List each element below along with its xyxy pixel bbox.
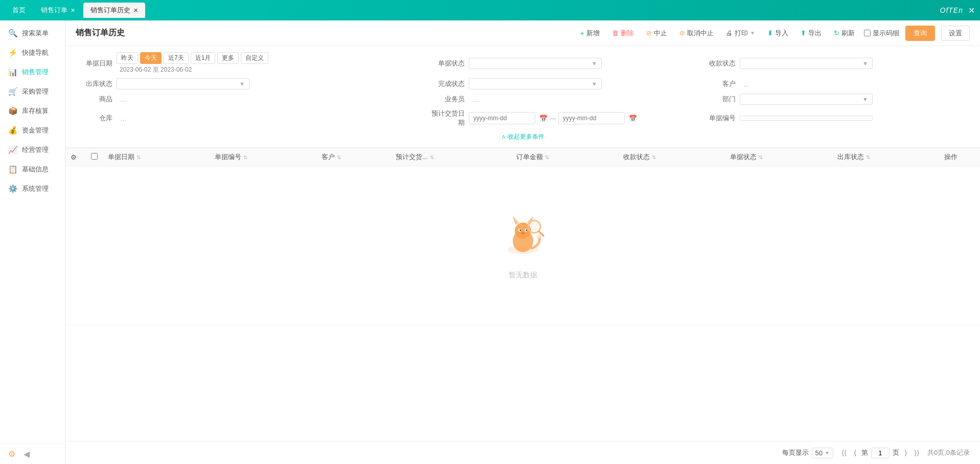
delivery-date-range: 📅 — 📅 — [469, 112, 637, 124]
page-unit: 页 — [893, 448, 899, 457]
page-size-value: 50 — [815, 449, 823, 457]
pagination-bar: 每页显示 50 ▼ ⟨⟨ ⟨ 第 页 ⟩ ⟩⟩ 共0页,0条记录 — [65, 441, 980, 464]
sort-voucher-no[interactable]: 单据编号 ⇅ — [215, 152, 311, 162]
column-date-label: 单据日期 — [108, 152, 134, 162]
date-range-display: 2023-06-02 至 2023-06-02 — [120, 65, 268, 74]
product-dots[interactable]: ... — [117, 96, 130, 103]
query-button[interactable]: 查询 — [905, 26, 935, 41]
collapse-filter-button[interactable]: ∧ 收起更多条件 — [76, 131, 970, 143]
date-btn-today[interactable]: 今天 — [140, 52, 162, 64]
department-label: 部门 — [699, 95, 740, 104]
sidebar-item-basicinfo-label: 基础信息 — [22, 165, 49, 174]
sort-receipt-status[interactable]: 收款状态 ⇅ — [623, 152, 720, 162]
delivery-status-select[interactable]: ▼ — [117, 78, 249, 90]
department-select[interactable]: ▼ — [740, 94, 873, 105]
receipt-status-select[interactable]: ▼ — [740, 58, 873, 69]
tab-bar: 首页 销售订单 ✕ 销售订单历史 ✕ — [5, 3, 145, 18]
prev-page-button[interactable]: ⟨ — [852, 448, 858, 458]
column-actions: 操作 — [939, 148, 980, 166]
sort-customer[interactable]: 客户 ⇅ — [322, 152, 385, 162]
filter-area: 单据日期 昨天 今天 近7天 近1月 更多 自定义 2023-06-02 至 2… — [65, 46, 980, 148]
calendar-to-icon[interactable]: 📅 — [629, 115, 637, 122]
sidebar-collapse-icon[interactable]: ◀ — [24, 449, 30, 459]
delivery-date-from-input[interactable] — [469, 112, 535, 124]
date-btn-yesterday[interactable]: 昨天 — [117, 52, 138, 64]
column-settings[interactable]: ⚙ — [65, 148, 86, 166]
quicknav-icon: ⚡ — [8, 48, 18, 57]
date-label: 单据日期 — [76, 59, 117, 68]
refresh-icon: ↻ — [834, 29, 839, 37]
print-button[interactable]: 🖨 打印 ▼ — [723, 27, 758, 40]
export-button[interactable]: ⬆ 导出 — [797, 27, 825, 40]
tab-sales-order[interactable]: 销售订单 ✕ — [34, 3, 82, 18]
column-delivery-date-label: 预计交货... — [396, 152, 428, 162]
sidebar-item-quicknav[interactable]: ⚡ 快捷导航 — [0, 43, 65, 62]
tab-sales-order-close[interactable]: ✕ — [71, 7, 75, 14]
setting-button[interactable]: 设置 — [941, 26, 970, 41]
sort-delivery-date[interactable]: 预计交货... ⇅ — [396, 152, 506, 162]
date-btn-7days[interactable]: 近7天 — [164, 52, 189, 64]
filter-voucher-no-col: 单据编号 — [699, 114, 970, 123]
finance-icon: 💰 — [8, 126, 18, 135]
sidebar-item-sales[interactable]: 📊 销售管理 — [0, 62, 65, 82]
delivery-status-label: 出库状态 — [76, 79, 117, 89]
select-all-checkbox[interactable] — [91, 153, 98, 160]
sort-delivery-status[interactable]: 出库状态 ⇅ — [837, 152, 934, 162]
refresh-button[interactable]: ↻ 刷新 — [831, 27, 858, 40]
sidebar-item-system[interactable]: ⚙️ 系统管理 — [0, 179, 65, 198]
warehouse-dots[interactable]: ... — [117, 115, 130, 122]
sidebar-item-basicinfo[interactable]: 📋 基础信息 — [0, 160, 65, 179]
sidebar-item-finance-label: 资金管理 — [22, 126, 49, 135]
sidebar-item-operations[interactable]: 📈 经营管理 — [0, 140, 65, 160]
display-cols-toggle[interactable]: 显示码细 — [864, 29, 899, 38]
add-icon: + — [580, 29, 584, 37]
delivery-date-to-input[interactable] — [558, 112, 625, 124]
customer-dots[interactable]: ... — [740, 80, 754, 88]
topbar-close-icon[interactable]: ✕ — [968, 6, 975, 15]
date-btn-1month[interactable]: 近1月 — [191, 52, 216, 64]
sidebar-item-purchase[interactable]: 🛒 采购管理 — [0, 82, 65, 101]
tab-sales-order-history-close[interactable]: ✕ — [133, 7, 138, 14]
add-button[interactable]: + 新增 — [577, 27, 603, 40]
display-cols-checkbox[interactable] — [864, 30, 871, 36]
print-label: 打印 — [735, 29, 748, 38]
sort-order-amount[interactable]: 订单金额 ⇅ — [516, 152, 613, 162]
column-order-amount-label: 订单金额 — [516, 152, 543, 162]
page-number-input[interactable] — [871, 448, 890, 458]
sort-receipt-status-icon: ⇅ — [652, 154, 656, 160]
salesperson-dots[interactable]: ... — [469, 96, 483, 103]
sidebar-item-finance[interactable]: 💰 资金管理 — [0, 121, 65, 140]
delete-button[interactable]: 🗑 删除 — [609, 27, 637, 40]
filter-row-2: 出库状态 ▼ 完成状态 ▼ 客户 ... — [76, 78, 970, 90]
cancel-stop-button[interactable]: ⊘ 取消中止 — [676, 27, 717, 40]
cancel-stop-label: 取消中止 — [687, 29, 714, 38]
tab-sales-order-history[interactable]: 销售订单历史 ✕ — [83, 3, 145, 18]
sort-date[interactable]: 单据日期 ⇅ — [108, 152, 204, 162]
sort-voucher-status[interactable]: 单据状态 ⇅ — [730, 152, 827, 162]
print-arrow-icon: ▼ — [750, 30, 755, 36]
next-page-button[interactable]: ⟩ — [902, 448, 909, 458]
page-size-box[interactable]: 50 ▼ — [812, 448, 833, 458]
delivery-date-label: 预计交货日期 — [428, 109, 469, 127]
sidebar-item-inventory[interactable]: 📦 库存核算 — [0, 101, 65, 121]
import-button[interactable]: ⬇ 导入 — [764, 27, 791, 40]
sidebar-item-operations-label: 经营管理 — [22, 145, 49, 154]
last-page-button[interactable]: ⟩⟩ — [912, 448, 921, 458]
completion-status-select[interactable]: ▼ — [469, 78, 602, 90]
calendar-from-icon[interactable]: 📅 — [539, 115, 548, 122]
tab-home[interactable]: 首页 — [5, 3, 33, 18]
voucher-status-select[interactable]: ▼ — [469, 58, 602, 69]
stop-button[interactable]: ⊘ 中止 — [643, 27, 670, 40]
filter-row-1: 单据日期 昨天 今天 近7天 近1月 更多 自定义 2023-06-02 至 2… — [76, 52, 970, 74]
product-label: 商品 — [76, 95, 117, 104]
sidebar-settings-icon[interactable]: ⚙ — [8, 449, 15, 459]
date-btn-custom[interactable]: 自定义 — [241, 52, 268, 64]
voucher-no-label: 单据编号 — [699, 114, 740, 123]
voucher-no-input[interactable] — [740, 116, 873, 121]
page-header: 销售订单历史 + 新增 🗑 删除 ⊘ 中止 ⊘ 取消中止 — [65, 20, 980, 46]
basicinfo-icon: 📋 — [8, 165, 18, 174]
date-btn-more[interactable]: 更多 — [217, 52, 239, 64]
sidebar-item-search[interactable]: 🔍 搜索菜单 — [0, 24, 65, 43]
inventory-icon: 📦 — [8, 106, 18, 116]
first-page-button[interactable]: ⟨⟨ — [839, 448, 849, 458]
